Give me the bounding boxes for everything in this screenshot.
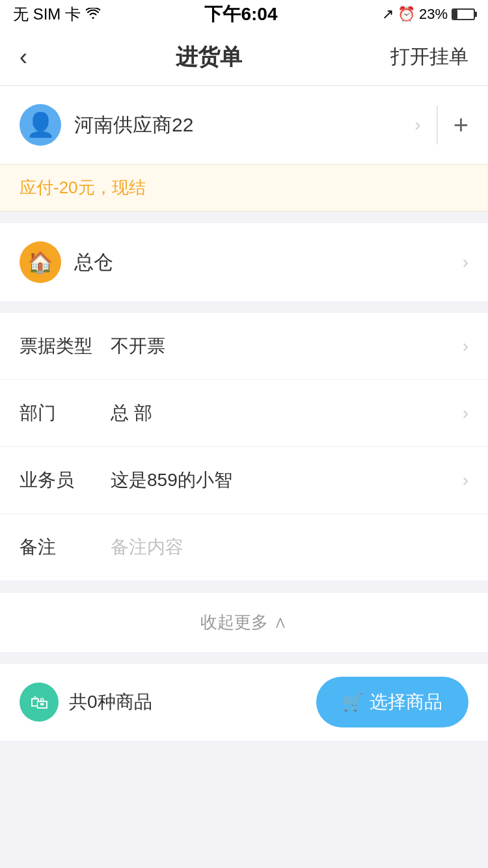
nav-bar: ‹ 进货单 打开挂单 — [0, 29, 488, 86]
warehouse-icon: 🏠 — [27, 250, 53, 275]
warehouse-icon-wrap: 🏠 — [20, 241, 61, 283]
supplier-name: 河南供应商22 — [74, 112, 414, 139]
invoice-label: 票据类型 — [20, 334, 98, 359]
bottom-bar: 🛍 共0种商品 🛒 选择商品 — [0, 664, 488, 740]
warehouse-row[interactable]: 🏠 总仓 › — [0, 223, 488, 301]
supplier-card: 👤 河南供应商22 › + 应付-20元，现结 — [0, 86, 488, 211]
status-time: 下午6:04 — [204, 2, 277, 27]
notice-text: 应付-20元，现结 — [20, 178, 146, 197]
supplier-row[interactable]: 👤 河南供应商22 › + — [0, 86, 488, 164]
select-product-icon: 🛒 — [342, 692, 363, 712]
warehouse-name: 总仓 — [74, 249, 463, 276]
product-bag-icon: 🛍 — [30, 692, 48, 713]
select-product-button[interactable]: 🛒 选择商品 — [316, 677, 468, 727]
dept-row[interactable]: 部门 总 部 › — [0, 380, 488, 447]
alarm-icon: ⏰ — [398, 6, 415, 23]
salesperson-label: 业务员 — [20, 468, 98, 493]
open-pending-button[interactable]: 打开挂单 — [390, 44, 468, 70]
supplier-divider — [437, 105, 438, 144]
product-icon-wrap: 🛍 — [20, 683, 59, 722]
remark-row[interactable]: 备注 备注内容 — [0, 514, 488, 580]
supplier-chevron-icon: › — [414, 115, 420, 135]
add-supplier-button[interactable]: + — [454, 111, 468, 140]
collapse-text[interactable]: 收起更多 ∧ — [200, 611, 287, 634]
supplier-avatar: 👤 — [20, 104, 61, 146]
dept-chevron-icon: › — [463, 403, 468, 424]
product-count: 共0种商品 — [69, 690, 152, 714]
remark-input[interactable]: 备注内容 — [98, 535, 468, 560]
wifi-icon — [86, 5, 100, 23]
warehouse-chevron-icon: › — [463, 252, 468, 273]
product-summary: 🛍 共0种商品 — [20, 683, 152, 722]
salesperson-row[interactable]: 业务员 这是859的小智 › — [0, 447, 488, 514]
warehouse-card[interactable]: 🏠 总仓 › — [0, 223, 488, 301]
invoice-chevron-icon: › — [463, 336, 468, 357]
content-area: 👤 河南供应商22 › + 应付-20元，现结 🏠 总仓 › 票据类型 不开票 … — [0, 86, 488, 868]
back-button[interactable]: ‹ — [20, 44, 27, 71]
remaining-space — [0, 740, 488, 868]
page-title: 进货单 — [176, 42, 242, 72]
remark-label: 备注 — [20, 535, 98, 560]
salesperson-value: 这是859的小智 — [98, 468, 463, 493]
status-right: ↗ ⏰ 23% — [382, 6, 475, 23]
notice-bar: 应付-20元，现结 — [0, 164, 488, 211]
select-product-label: 选择商品 — [370, 690, 442, 714]
salesperson-chevron-icon: › — [463, 470, 468, 491]
collapse-row[interactable]: 收起更多 ∧ — [0, 592, 488, 652]
location-icon: ↗ — [382, 6, 394, 23]
invoice-value: 不开票 — [98, 334, 463, 359]
carrier-text: 无 SIM 卡 — [13, 4, 81, 25]
invoice-row[interactable]: 票据类型 不开票 › — [0, 313, 488, 380]
dept-value: 总 部 — [98, 401, 463, 426]
battery-icon — [452, 8, 475, 20]
status-bar: 无 SIM 卡 下午6:04 ↗ ⏰ 23% — [0, 0, 488, 29]
dept-label: 部门 — [20, 401, 98, 426]
status-left: 无 SIM 卡 — [13, 4, 100, 25]
battery-percent: 23% — [419, 6, 448, 23]
form-card: 票据类型 不开票 › 部门 总 部 › 业务员 这是859的小智 › 备注 备注… — [0, 313, 488, 580]
avatar-icon: 👤 — [26, 111, 55, 139]
